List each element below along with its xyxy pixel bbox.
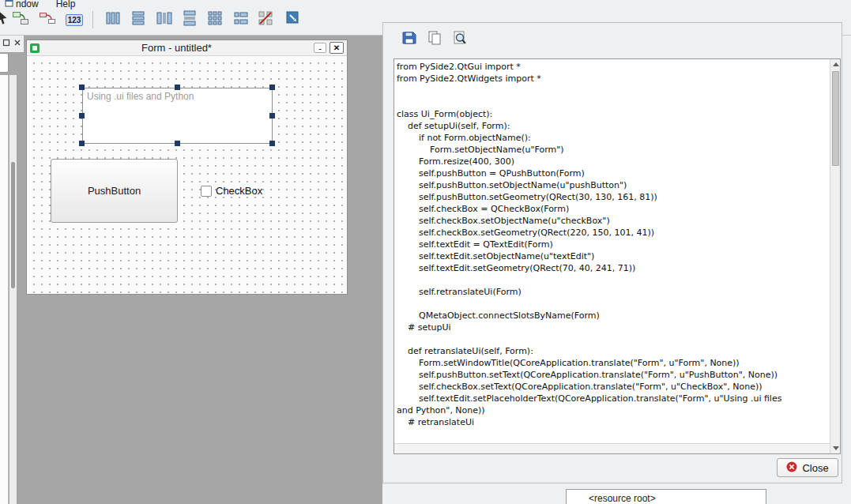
generated-code-text: from PySide2.QtGui import * from PySide2… xyxy=(397,61,827,442)
dock-scrollbar-thumb[interactable] xyxy=(11,162,15,288)
copy-icon xyxy=(426,29,443,50)
code-view[interactable]: from PySide2.QtGui import * from PySide2… xyxy=(393,58,841,454)
selection-handle-middle-right[interactable] xyxy=(269,113,275,118)
selection-handle-bottom-left[interactable] xyxy=(79,141,85,146)
form-minimize-button[interactable]: - xyxy=(314,43,326,53)
layout-grid-button[interactable] xyxy=(205,10,224,29)
form-canvas[interactable]: Using .ui files and Python PushButton Ch… xyxy=(27,56,347,294)
arrow-down-icon xyxy=(833,446,839,450)
menu-help-label: Help xyxy=(56,0,76,9)
selection-handle-top-right[interactable] xyxy=(269,85,275,90)
close-button[interactable]: Close xyxy=(777,458,838,477)
menu-window-label: ndow xyxy=(16,0,39,9)
find-button[interactable] xyxy=(450,29,470,50)
dock-float-icon xyxy=(2,36,10,50)
layout-vertical-splitter-button[interactable] xyxy=(180,10,199,29)
break-layout-button[interactable] xyxy=(256,10,275,29)
checkbox-label: CheckBox xyxy=(216,185,262,197)
edit-signals-slots-icon xyxy=(12,9,29,30)
form-close-button[interactable]: ✕ xyxy=(329,42,344,54)
selection-handle-bottom-right[interactable] xyxy=(269,141,275,146)
selection-handle-middle-left[interactable] xyxy=(79,113,85,118)
designer-form-icon xyxy=(30,43,40,53)
save-button[interactable] xyxy=(399,29,420,50)
resource-root-item[interactable]: <resource root> xyxy=(566,489,766,504)
toolbar-separator xyxy=(92,11,93,28)
layout-horizontal-splitter-button[interactable] xyxy=(155,10,174,29)
save-icon xyxy=(401,29,418,50)
dock-close-icon xyxy=(13,36,21,50)
menu-window[interactable]: ndow xyxy=(2,0,42,9)
close-red-icon xyxy=(786,461,797,475)
layout-vertical-splitter-icon xyxy=(181,9,198,30)
layout-grid-icon xyxy=(206,9,224,30)
edit-tab-order-icon: 123 xyxy=(66,14,84,26)
adjust-size-icon xyxy=(284,9,302,30)
edit-widgets-icon xyxy=(0,9,12,30)
edit-tab-order-button[interactable]: 123 xyxy=(65,10,84,29)
selection-handle-bottom-middle[interactable] xyxy=(175,141,180,146)
form-window-title: Form - untitled* xyxy=(40,42,314,54)
dock-scrollbar[interactable] xyxy=(9,75,17,504)
edit-buddies-button[interactable] xyxy=(38,10,57,29)
code-vertical-scrollbar[interactable] xyxy=(830,59,840,453)
selection-handle-top-middle[interactable] xyxy=(175,85,180,90)
edit-buddies-icon xyxy=(39,9,56,30)
dock-close-button[interactable] xyxy=(12,37,22,47)
find-icon xyxy=(451,29,469,50)
layout-horizontal-icon xyxy=(104,9,122,30)
layout-form-button[interactable] xyxy=(232,10,250,29)
layout-vertical-icon xyxy=(130,9,147,30)
code-preview-window: from PySide2.QtGui import * from PySide2… xyxy=(382,22,842,483)
dock-float-button[interactable] xyxy=(1,37,11,47)
checkbox-box[interactable] xyxy=(201,186,212,197)
adjust-size-button[interactable] xyxy=(284,10,303,29)
code-horizontal-scrollbar[interactable] xyxy=(394,443,830,453)
scroll-down-button[interactable] xyxy=(830,443,841,453)
scroll-up-button[interactable] xyxy=(830,59,841,70)
checkbox-widget[interactable]: CheckBox xyxy=(201,175,281,207)
copy-button[interactable] xyxy=(424,29,445,50)
arrow-up-icon xyxy=(833,62,839,66)
menu-help[interactable]: Help xyxy=(53,0,79,9)
layout-form-icon xyxy=(232,9,250,30)
break-layout-icon xyxy=(257,9,274,30)
textedit-widget[interactable]: Using .ui files and Python xyxy=(82,88,273,144)
form-window-titlebar[interactable]: Form - untitled* - ✕ xyxy=(27,40,347,56)
application-window: ndow Help 123 xyxy=(0,0,851,504)
layout-horizontal-button[interactable] xyxy=(104,10,122,29)
widget-box-panel-fragment xyxy=(0,75,9,504)
window-menu-icon xyxy=(5,0,13,9)
code-scrollbar-thumb[interactable] xyxy=(832,71,839,166)
close-button-label: Close xyxy=(802,462,828,474)
pushbutton-widget[interactable]: PushButton xyxy=(51,159,178,223)
edit-signals-slots-button[interactable] xyxy=(11,10,30,29)
layout-vertical-button[interactable] xyxy=(129,10,148,29)
widget-filter-input[interactable] xyxy=(0,53,9,73)
selection-handle-top-left[interactable] xyxy=(79,85,85,90)
layout-horizontal-splitter-icon xyxy=(156,9,173,30)
form-editor-window: Form - untitled* - ✕ Using .ui files and… xyxy=(26,39,348,295)
